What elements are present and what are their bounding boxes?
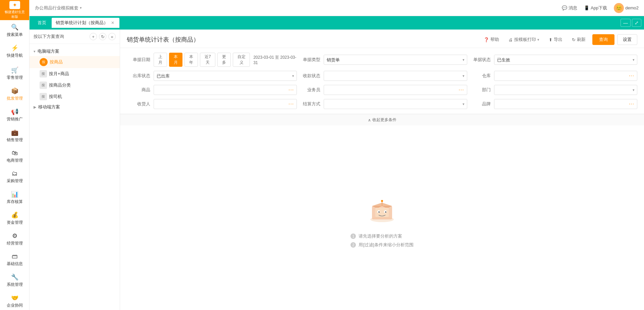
- collapse-panel-btn[interactable]: «: [108, 33, 116, 40]
- sidebar-item-purchase[interactable]: 🗂 采购管理: [0, 167, 29, 187]
- department-select-wrapper: [494, 85, 637, 95]
- out-status-select[interactable]: 已出库: [154, 71, 297, 81]
- sidebar-item-finance[interactable]: 💰 资金管理: [0, 208, 29, 229]
- warehouse-control: ···: [494, 71, 637, 81]
- date-last-month-btn[interactable]: 上月: [154, 53, 167, 67]
- collapse-bar[interactable]: ∧ 收起更多条件: [120, 114, 644, 125]
- purchase-icon: 🗂: [12, 170, 18, 177]
- date-this-month-btn[interactable]: 本月: [169, 53, 182, 67]
- export-btn[interactable]: ⬆ 导出: [546, 35, 565, 44]
- avatar: 😊: [614, 3, 624, 13]
- refresh-btn[interactable]: ↻ 刷新: [569, 35, 588, 44]
- tab-minimize-btn[interactable]: —: [621, 19, 631, 27]
- app-logo: ✦ 畅捷通好生意 标版: [0, 0, 30, 20]
- tree-parent-pc[interactable]: ▾ 电脑端方案: [30, 47, 120, 56]
- tree-parent-mobile[interactable]: ▶ 移动端方案: [30, 102, 120, 112]
- export-icon: ⬆: [549, 37, 552, 42]
- help-icon: ❓: [484, 37, 489, 42]
- empty-state: 1 请先选择要分析的方案 2 用[过滤]条件来缩小分析范围: [120, 125, 644, 310]
- topbar-right: 💬 消息 📱 App下载 😊 demo2: [562, 3, 639, 13]
- sidebar-item-quicknav[interactable]: ⚡ 快捷导航: [0, 41, 29, 62]
- receiver-dots-btn[interactable]: ···: [288, 101, 294, 107]
- brand-dots-btn[interactable]: ···: [629, 101, 634, 107]
- type-label: 单据类型: [297, 57, 324, 63]
- expand-icon-mobile: ▶: [34, 105, 36, 109]
- tab-close-btn[interactable]: ✕: [110, 20, 115, 25]
- left-panel: 按以下方案查询 + ↻ « ▾ 电脑端方案: [30, 30, 120, 310]
- left-panel-icons: + ↻ «: [90, 33, 116, 40]
- settlement-label: 结算方式: [297, 101, 324, 107]
- tab-active[interactable]: 销货单统计计划（按商品） ✕: [52, 18, 119, 28]
- goods-label: 商品: [127, 87, 154, 93]
- date-this-year-btn[interactable]: 本年: [184, 53, 198, 67]
- sidebar-item-system[interactable]: 🔧 系统管理: [0, 270, 29, 291]
- sidebar-item-search[interactable]: 🔍 搜索菜单: [0, 20, 29, 41]
- brand-input[interactable]: ···: [494, 99, 637, 109]
- app-download-label: App下载: [591, 5, 607, 11]
- settlement-select[interactable]: [324, 99, 467, 109]
- tree-child-by-printer[interactable]: 按 按司机: [30, 91, 120, 102]
- printer-scheme-icon: 按: [40, 93, 47, 100]
- sidebar-finance-label: 资金管理: [7, 220, 23, 225]
- refresh-scheme-btn[interactable]: ↻: [99, 33, 106, 40]
- settlement-control: [324, 99, 467, 109]
- sidebar-item-wholesale[interactable]: 📦 批发管理: [0, 84, 29, 105]
- receiver-input[interactable]: ···: [154, 99, 297, 109]
- hint-num-2: 2: [351, 242, 356, 248]
- corp-icon: 🤝: [11, 294, 18, 302]
- tree-child-by-month-product[interactable]: 按 按月+商品: [30, 68, 120, 80]
- add-scheme-btn[interactable]: +: [90, 33, 97, 40]
- tree-parent-mobile-label: 移动端方案: [38, 104, 60, 110]
- salesperson-input[interactable]: ···: [324, 85, 467, 95]
- tree-parent-label: 电脑端方案: [38, 48, 59, 54]
- warehouse-input[interactable]: ···: [494, 71, 637, 81]
- help-btn[interactable]: ❓ 帮助: [481, 35, 502, 44]
- sidebar-item-corp[interactable]: 🤝 企业协同: [0, 291, 29, 310]
- filter-section: 单据日期 上月 本月 本年 近7天 更多 自定义 2023-03-01 至 20…: [120, 48, 644, 114]
- department-select[interactable]: [494, 85, 637, 95]
- department-label: 部门: [467, 87, 494, 93]
- collapse-icon: «: [111, 34, 113, 39]
- sidebar-operations-label: 经营管理: [7, 241, 23, 246]
- sidebar-item-sales[interactable]: 💼 销售管理: [0, 125, 29, 146]
- sidebar-item-operations[interactable]: ⚙ 经营管理: [0, 229, 29, 250]
- account-selector[interactable]: 办公用品行业模拟账套 ▾: [35, 5, 82, 11]
- sidebar-item-inventory[interactable]: 📊 库存核算: [0, 187, 29, 208]
- type-select[interactable]: 销货单: [324, 55, 467, 65]
- sidebar-item-retail[interactable]: 🛒 零售管理: [0, 63, 29, 84]
- status-select[interactable]: 已生效: [494, 55, 637, 65]
- date-custom-btn[interactable]: 自定义: [233, 53, 250, 67]
- salesperson-dots-btn[interactable]: ···: [459, 87, 464, 93]
- app-download-btn[interactable]: 📱 App下载: [584, 5, 607, 11]
- sidebar-quicknav-label: 快捷导航: [7, 53, 23, 58]
- sidebar-item-marketing[interactable]: 📢 营销推广: [0, 105, 29, 125]
- goods-dots-btn[interactable]: ···: [288, 87, 294, 93]
- payment-status-select[interactable]: [324, 71, 467, 81]
- filter-row-3: 商品 ··· 业务员 ···: [127, 85, 637, 95]
- print-btn[interactable]: 🖨 按模板打印 ▾: [506, 35, 542, 44]
- settings-button[interactable]: 设置: [617, 34, 637, 45]
- sidebar-item-ecommerce[interactable]: 🛍 电商管理: [0, 146, 29, 167]
- tree-child-by-category[interactable]: 按 按商品分类: [30, 80, 120, 91]
- user-menu[interactable]: 😊 demo2: [614, 3, 639, 13]
- goods-input[interactable]: ···: [154, 85, 297, 95]
- help-label: 帮助: [490, 37, 499, 43]
- type-filter-control: 销货单: [324, 55, 467, 65]
- message-btn[interactable]: 💬 消息: [562, 5, 577, 11]
- sidebar-item-basic[interactable]: 🗃 基础信息: [0, 250, 29, 270]
- settlement-select-wrapper: [324, 99, 467, 109]
- tab-maximize-btn[interactable]: ⤢: [632, 19, 641, 27]
- user-name: demo2: [625, 5, 639, 10]
- date-more-btn[interactable]: 更多: [217, 53, 231, 67]
- logo-icon: ✦: [9, 1, 20, 9]
- svg-point-5: [378, 211, 380, 213]
- date-last7-btn[interactable]: 近7天: [200, 53, 215, 67]
- tree-child-by-product[interactable]: 按 按商品: [30, 56, 120, 68]
- warehouse-dots-btn[interactable]: ···: [629, 73, 634, 79]
- active-tab-label: 销货单统计计划（按商品）: [56, 20, 108, 26]
- salesperson-label: 业务员: [297, 87, 324, 93]
- tab-home[interactable]: 首页: [32, 18, 52, 28]
- out-status-label: 出库状态: [127, 73, 154, 79]
- query-button[interactable]: 查询: [592, 34, 614, 45]
- tree-section: ▾ 电脑端方案 按 按商品 按 按月+商品 按 按商品分类 按 按司机: [30, 44, 120, 114]
